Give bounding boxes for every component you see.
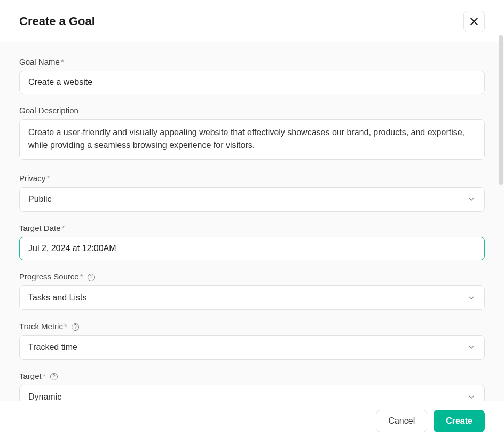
goal-description-label: Goal Description [19,106,485,115]
progress-source-group: Progress Source* ? Tasks and Lists [19,272,485,310]
target-date-input[interactable] [19,237,485,260]
target-group: Target* ? Dynamic [19,371,485,401]
help-icon[interactable]: ? [50,373,58,380]
goal-description-input[interactable]: Create a user-friendly and visually appe… [19,119,485,160]
privacy-value: Public [28,195,52,204]
privacy-select[interactable]: Public [19,187,485,212]
create-button[interactable]: Create [434,410,485,432]
track-metric-value: Tracked time [28,343,77,352]
modal-body: Goal Name* Goal Description Create a use… [0,42,504,401]
chevron-down-icon [467,293,476,302]
goal-name-label: Goal Name* [19,57,485,66]
chevron-down-icon [467,195,476,204]
progress-source-label: Progress Source* ? [19,272,485,281]
goal-name-label-text: Goal Name [19,57,60,66]
track-metric-group: Track Metric* ? Tracked time [19,322,485,360]
chevron-down-icon [467,393,476,401]
goal-description-group: Goal Description Create a user-friendly … [19,106,485,162]
progress-source-label-text: Progress Source [19,272,79,281]
privacy-label: Privacy* [19,174,485,183]
modal-title: Create a Goal [19,14,95,28]
modal-footer: Cancel Create [0,401,504,443]
target-select[interactable]: Dynamic [19,385,485,401]
close-icon [469,16,479,27]
goal-name-group: Goal Name* [19,57,485,94]
track-metric-select[interactable]: Tracked time [19,335,485,360]
cancel-button[interactable]: Cancel [376,410,427,432]
close-button[interactable] [463,11,485,32]
track-metric-label: Track Metric* ? [19,322,485,331]
help-icon[interactable]: ? [72,323,79,331]
progress-source-value: Tasks and Lists [28,293,86,302]
progress-source-select[interactable]: Tasks and Lists [19,285,485,310]
target-date-label-text: Target Date [19,223,61,232]
target-value: Dynamic [28,392,61,401]
target-date-label: Target Date* [19,223,485,232]
help-icon[interactable]: ? [88,274,95,281]
privacy-label-text: Privacy [19,174,45,183]
track-metric-label-text: Track Metric [19,322,63,331]
goal-name-input[interactable] [19,71,485,94]
modal-header: Create a Goal [0,0,504,42]
target-date-group: Target Date* [19,223,485,260]
target-label-text: Target [19,371,42,380]
create-goal-modal: Create a Goal Goal Name* Goal Descriptio… [0,0,504,443]
scrollbar-thumb[interactable] [499,35,503,185]
chevron-down-icon [467,343,476,352]
target-label: Target* ? [19,371,485,380]
privacy-group: Privacy* Public [19,174,485,212]
